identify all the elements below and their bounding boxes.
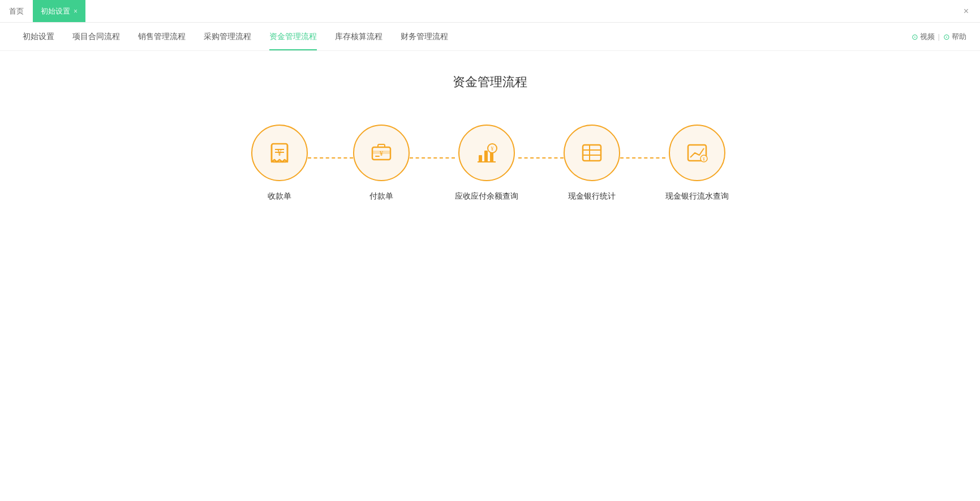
- cash-stats-icon-circle: [564, 125, 620, 181]
- help-label: 帮助: [952, 32, 966, 42]
- top-bar: 首页 初始设置 × ×: [0, 0, 980, 23]
- active-tab-label: 初始设置: [41, 6, 70, 16]
- svg-text:¥: ¥: [380, 149, 384, 157]
- nav-right: ⊙ 视频 | ⊙ 帮助: [912, 32, 966, 42]
- page-title: 资金管理流程: [453, 74, 527, 91]
- balance-icon-circle: ¥: [458, 125, 515, 181]
- home-label: 首页: [9, 6, 24, 16]
- svg-text:¥: ¥: [491, 145, 494, 152]
- nav-divider: |: [938, 32, 940, 41]
- connector-3: [518, 157, 564, 159]
- flow-item-balance[interactable]: ¥ 应收应付余额查询: [455, 125, 518, 202]
- flow-item-cash-stats[interactable]: 现金银行统计: [564, 125, 620, 202]
- window-close-button[interactable]: ×: [952, 0, 980, 22]
- svg-text:¥: ¥: [278, 149, 282, 157]
- nav-item-purchase-management[interactable]: 采购管理流程: [195, 23, 260, 50]
- svg-rect-7: [479, 155, 482, 162]
- cash-stats-icon: [578, 139, 605, 166]
- payment-icon: ¥: [368, 139, 395, 166]
- nav-item-financial-management[interactable]: 财务管理流程: [392, 23, 457, 50]
- cash-stats-label: 现金银行统计: [568, 191, 616, 202]
- cash-flow-label: 现金银行流水查询: [665, 191, 729, 202]
- payment-icon-circle: ¥: [353, 125, 410, 181]
- nav-item-initial-setup[interactable]: 初始设置: [14, 23, 63, 50]
- receipt-label: 收款单: [268, 191, 291, 202]
- help-link[interactable]: ⊙ 帮助: [943, 32, 966, 42]
- cash-flow-icon-circle: ¥: [669, 125, 725, 181]
- flow-item-payment[interactable]: ¥ 付款单: [353, 125, 410, 202]
- flow-item-cash-flow[interactable]: ¥ 现金银行流水查询: [665, 125, 729, 202]
- home-tab[interactable]: 首页: [0, 0, 33, 22]
- svg-rect-13: [583, 145, 601, 161]
- active-tab[interactable]: 初始设置 ×: [33, 0, 85, 22]
- connector-2: [410, 157, 455, 159]
- balance-label: 应收应付余额查询: [455, 191, 518, 202]
- balance-icon: ¥: [473, 139, 500, 166]
- connector-4: [620, 157, 665, 159]
- receipt-icon: ¥: [266, 139, 293, 166]
- close-tab-icon[interactable]: ×: [74, 7, 78, 15]
- flow-item-receipt[interactable]: ¥ 收款单: [251, 125, 308, 202]
- nav-item-capital-management[interactable]: 资金管理流程: [260, 23, 326, 50]
- video-label: 视频: [920, 32, 935, 42]
- svg-text:¥: ¥: [703, 157, 705, 162]
- nav-item-sales-management[interactable]: 销售管理流程: [129, 23, 195, 50]
- nav-item-project-contract[interactable]: 项目合同流程: [63, 23, 129, 50]
- connector-1: [308, 157, 353, 159]
- svg-rect-8: [484, 151, 488, 162]
- flow-container: ¥ 收款单 ¥ 付款单: [251, 125, 729, 202]
- video-help-link[interactable]: ⊙ 视频: [912, 32, 935, 42]
- cash-flow-icon: ¥: [684, 139, 711, 166]
- main-content: 资金管理流程 ¥ 收款单: [0, 51, 980, 224]
- nav-bar: 初始设置 项目合同流程 销售管理流程 采购管理流程 资金管理流程 库存核算流程 …: [0, 23, 980, 51]
- payment-label: 付款单: [369, 191, 393, 202]
- receipt-icon-circle: ¥: [251, 125, 308, 181]
- nav-item-inventory-accounting[interactable]: 库存核算流程: [326, 23, 392, 50]
